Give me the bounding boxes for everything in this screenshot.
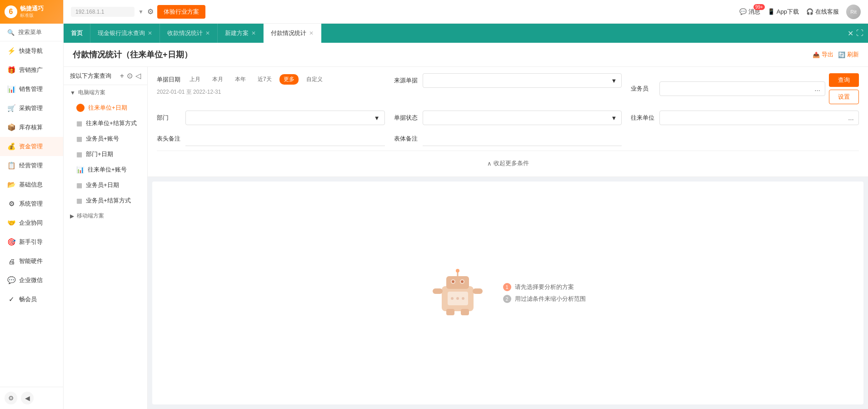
- head-note-input[interactable]: [185, 131, 385, 146]
- sidebar-item-sales[interactable]: 📊 销售管理: [0, 80, 63, 99]
- partner-chevron-icon: …: [848, 115, 854, 121]
- tab-payment[interactable]: 付款情况统计 ✕: [264, 24, 321, 43]
- salesman-select[interactable]: …: [659, 81, 825, 96]
- salesman-field-label: 业务员: [631, 85, 656, 93]
- dept-chevron-icon: ▼: [374, 115, 380, 121]
- hint-num-2: 2: [503, 295, 511, 303]
- partner-field-label: 往来单位: [631, 114, 656, 122]
- sidebar-item-label: 销售管理: [19, 85, 43, 93]
- hint-text-1: 请先选择要分析的方案: [515, 283, 574, 291]
- collapse-more-btn[interactable]: ∧ 收起更多条件: [157, 157, 859, 170]
- sidebar-item-inventory[interactable]: 📦 库存核算: [0, 118, 63, 137]
- demo-btn[interactable]: 体验行业方案: [157, 5, 205, 19]
- tab-new-plan[interactable]: 新建方案 ✕: [218, 24, 264, 43]
- page-actions: 📤 导出 🔄 刷新: [813, 50, 859, 65]
- tab-close-all-icon[interactable]: ✕: [848, 29, 853, 38]
- svg-rect-11: [446, 309, 454, 315]
- scheme-item-sales-date[interactable]: ▦ 业务员+日期: [64, 177, 147, 193]
- tab-cashflow-close-icon[interactable]: ✕: [148, 30, 152, 36]
- doc-status-select[interactable]: ▼: [423, 111, 622, 125]
- tab-fullscreen-icon[interactable]: ⛶: [856, 29, 863, 37]
- body-note-input[interactable]: [423, 131, 622, 146]
- tab-home-label: 首页: [71, 29, 83, 37]
- doc-status-field: 单据状态 ▼: [394, 111, 622, 125]
- sidebar-item-member[interactable]: ✓ 畅会员: [0, 290, 63, 309]
- settings-btn[interactable]: 设置: [829, 90, 859, 104]
- sidebar-item-operation[interactable]: 📋 经营管理: [0, 156, 63, 175]
- scheme-section-title-label: 电脑端方案: [78, 89, 105, 96]
- topbar-user-avatar[interactable]: Rit: [846, 5, 861, 19]
- empty-robot-svg: [430, 268, 485, 318]
- scheme-item-partner-settle[interactable]: ▦ 往来单位+结算方式: [64, 116, 147, 131]
- tab-payment-close-icon[interactable]: ✕: [309, 30, 314, 36]
- sidebar-item-hardware[interactable]: 🖨 智能硬件: [0, 252, 63, 271]
- date-btn-custom[interactable]: 自定义: [302, 73, 327, 86]
- date-btn-7days[interactable]: 近7天: [254, 73, 276, 86]
- tab-home[interactable]: 首页: [64, 24, 90, 43]
- sidebar-item-weixin[interactable]: 💬 企业微信: [0, 271, 63, 290]
- scheme-settings-btn[interactable]: ⊙: [127, 71, 133, 80]
- scheme-item-partner-account[interactable]: 📊 往来单位+账号: [64, 162, 147, 177]
- quick-nav-icon: ⚡: [7, 47, 15, 55]
- tabbar: 首页 现金银行流水查询 ✕ 收款情况统计 ✕ 新建方案 ✕ 付款情况统计 ✕ ✕…: [64, 24, 868, 43]
- date-btn-last-month[interactable]: 上月: [185, 73, 205, 86]
- basic-icon: 📂: [7, 181, 15, 189]
- sales-icon: 📊: [7, 85, 15, 93]
- sidebar-item-label: 智能硬件: [19, 257, 43, 265]
- refresh-btn[interactable]: 🔄 刷新: [838, 50, 859, 59]
- scheme-section-desktop-title[interactable]: ▼ 电脑端方案: [64, 85, 147, 100]
- date-field-label: 单据日期: [157, 76, 182, 84]
- marketing-icon: 🎁: [7, 66, 15, 74]
- scheme-add-btn[interactable]: +: [120, 72, 124, 80]
- sidebar-item-label: 畅会员: [19, 295, 37, 303]
- search-menu-btn[interactable]: 🔍 搜索菜单: [0, 24, 63, 41]
- sidebar-item-purchase[interactable]: 🛒 采购管理: [0, 99, 63, 118]
- export-btn[interactable]: 📤 导出: [813, 50, 833, 59]
- partner-select[interactable]: …: [659, 111, 859, 125]
- sidebar-collapse-btn[interactable]: ◀: [21, 392, 34, 404]
- scheme-item-label: 业务员+日期: [86, 181, 119, 189]
- date-btn-this-month[interactable]: 本月: [208, 73, 227, 86]
- tab-cashflow[interactable]: 现金银行流水查询 ✕: [90, 24, 160, 43]
- topbar-gear-icon[interactable]: ⚙: [147, 7, 154, 16]
- sidebar-item-label: 经营管理: [19, 162, 43, 170]
- sidebar-item-finance[interactable]: 💰 资金管理: [0, 137, 63, 156]
- scheme-item-sales-account[interactable]: ▦ 业务员+账号: [64, 131, 147, 146]
- sidebar: 6 畅捷通巧 标准版 🔍 搜索菜单 ⚡ 快捷导航 🎁 营销推广 📊 销售管理 🛒…: [0, 0, 64, 409]
- sidebar-item-marketing[interactable]: 🎁 营销推广: [0, 61, 63, 80]
- sidebar-item-label: 资金管理: [19, 142, 43, 151]
- guide-icon: 🎯: [7, 238, 15, 246]
- tab-new-plan-label: 新建方案: [225, 29, 249, 37]
- tab-new-plan-close-icon[interactable]: ✕: [251, 30, 256, 36]
- scheme-item-icon: ▦: [76, 135, 82, 142]
- scheme-header-left: 按以下方案查询: [70, 72, 111, 80]
- topbar-chevron-icon[interactable]: ▼: [138, 9, 144, 15]
- search-menu-label: 搜索菜单: [18, 28, 42, 36]
- tab-receipt-close-icon[interactable]: ✕: [205, 30, 210, 36]
- source-field-label: 来源单据: [394, 76, 419, 85]
- date-btn-this-year[interactable]: 本年: [231, 73, 250, 86]
- body-note-field: 表体备注: [394, 131, 622, 146]
- scheme-item-dept-date[interactable]: ▦ 部门+日期: [64, 146, 147, 162]
- topbar-app-btn[interactable]: 📱 App下载: [768, 8, 799, 16]
- sidebar-item-quick-nav[interactable]: ⚡ 快捷导航: [0, 41, 63, 61]
- scheme-section-mobile-title[interactable]: ▶ 移动端方案: [64, 208, 147, 223]
- sidebar-item-basic[interactable]: 📂 基础信息: [0, 175, 63, 194]
- scheme-item-partner-date[interactable]: 往来单位+日期: [64, 100, 147, 116]
- topbar-msg-btn[interactable]: 💬 消息 99+: [739, 8, 760, 16]
- sidebar-item-guide[interactable]: 🎯 新手引导: [0, 232, 63, 252]
- dept-select[interactable]: ▼: [185, 111, 385, 125]
- topbar-service-btn[interactable]: 🎧 在线客服: [806, 8, 839, 16]
- tab-receipt[interactable]: 收款情况统计 ✕: [160, 24, 218, 43]
- sidebar-item-label: 快捷导航: [19, 47, 43, 55]
- scheme-collapse-btn[interactable]: ◁: [135, 71, 141, 80]
- sidebar-item-enterprise[interactable]: 🤝 企业协同: [0, 213, 63, 232]
- sidebar-settings-btn[interactable]: ⚙: [5, 392, 17, 404]
- query-btn[interactable]: 查询: [829, 73, 859, 87]
- sidebar-logo: 6 畅捷通巧 标准版: [0, 0, 63, 24]
- scheme-item-sales-settle[interactable]: ▦ 业务员+结算方式: [64, 193, 147, 208]
- date-range-sep: 至: [186, 89, 193, 95]
- sidebar-item-system[interactable]: ⚙ 系统管理: [0, 194, 63, 213]
- date-btn-more[interactable]: 更多: [279, 74, 299, 85]
- source-select[interactable]: ▼: [423, 73, 622, 88]
